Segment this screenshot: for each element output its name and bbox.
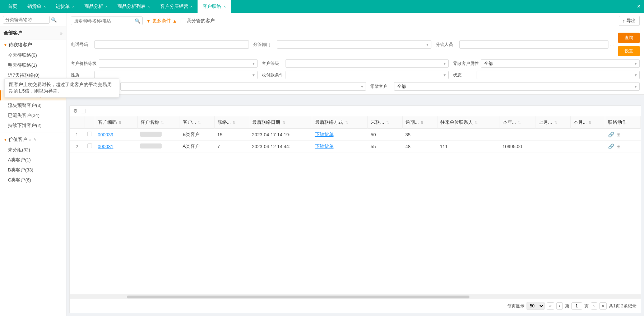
customer-type-select[interactable]: [120, 82, 366, 91]
page-number-input[interactable]: [571, 302, 582, 310]
row2-checkbox[interactable]: [84, 141, 95, 152]
row2-last-method[interactable]: 下销货单: [312, 141, 368, 152]
row1-actions: 🔗 ⊞: [608, 132, 638, 137]
nav-product-analysis[interactable]: 商品分析 ×: [79, 0, 112, 13]
manager-select-wrap: ···: [459, 40, 614, 49]
last-month-sort-icon[interactable]: ⇅: [554, 121, 557, 124]
row2-contact: 7: [214, 141, 249, 152]
horizontal-scrollbar[interactable]: [70, 294, 641, 299]
sidebar-item-a-class[interactable]: A类客户(1): [0, 155, 66, 165]
close-sales-tab[interactable]: ×: [43, 4, 46, 9]
pending-contact-group[interactable]: ▼ 待联络客户: [0, 39, 66, 50]
value-customer-group[interactable]: ▼ 价值客户 ○ ✎: [0, 134, 66, 145]
my-customers-checkbox[interactable]: 我分管的客户: [181, 18, 215, 24]
sidebar-item-lost-warning[interactable]: 流失预警客户(3): [0, 100, 66, 110]
row1-more-icon[interactable]: ⊞: [616, 132, 621, 137]
close-purchase-tab[interactable]: ×: [72, 4, 74, 9]
payment-select[interactable]: [286, 71, 449, 79]
price-level-select[interactable]: [99, 59, 258, 68]
level-sort-icon[interactable]: ⇅: [198, 121, 201, 124]
phone-input[interactable]: [94, 40, 249, 49]
export-button[interactable]: ↑ 导出: [619, 16, 640, 26]
sidebar-item-lost[interactable]: 已流失客户(24): [0, 110, 66, 121]
scroll-thumb[interactable]: [127, 296, 469, 298]
main-layout: 🔍 全部客户 » ▼ 待联络客户 今天待联络(0) 明天待联络(1) 近7天待联…: [0, 13, 644, 316]
top-navigation: 首页 销货单 × 进货单 × 商品分析 × 商品分析列表 × 客户分层经营 × …: [0, 0, 644, 13]
action-buttons: 查询 设置: [618, 33, 640, 56]
row2-code[interactable]: 000031: [95, 141, 137, 152]
nav-home[interactable]: 首页: [3, 0, 22, 13]
col-this-year: 本年... ⇅: [500, 116, 536, 129]
row2-more-icon[interactable]: ⊞: [616, 143, 621, 149]
code-sort-icon[interactable]: ⇅: [119, 121, 121, 124]
gender-select[interactable]: [94, 71, 258, 79]
close-customer-layered-tab[interactable]: ×: [190, 4, 193, 9]
name-sort-icon[interactable]: ⇅: [161, 121, 164, 124]
retail-attr-select[interactable]: 全部: [481, 59, 640, 68]
main-search-input[interactable]: [71, 16, 143, 25]
retail-customer-select[interactable]: 全部: [394, 82, 640, 91]
this-year-sort-icon[interactable]: ⇅: [518, 121, 521, 124]
per-page-select[interactable]: 50: [527, 302, 545, 310]
row2-level: A类客户: [180, 141, 214, 152]
row1-checkbox[interactable]: [84, 129, 95, 141]
nav-product-analysis-list[interactable]: 商品分析列表 ×: [112, 0, 155, 13]
sidebar-item-ungroups[interactable]: 未分组(32): [0, 145, 66, 155]
prev-page-button[interactable]: ‹: [556, 302, 563, 310]
dept-select[interactable]: [277, 40, 431, 49]
last-page-button[interactable]: »: [599, 302, 607, 310]
contact-sort-icon[interactable]: ⇅: [233, 121, 236, 124]
close-customer-contact-tab[interactable]: ×: [223, 4, 226, 9]
pending-sort-icon[interactable]: ⇅: [386, 121, 389, 124]
more-conditions-btn[interactable]: ▼ 更多条件 ▲: [146, 18, 177, 24]
next-page-button[interactable]: ›: [591, 302, 597, 310]
close-product-analysis-list-tab[interactable]: ×: [148, 4, 150, 9]
this-month-sort-icon[interactable]: ⇅: [589, 121, 592, 124]
query-button[interactable]: 查询: [618, 33, 640, 43]
row2-contact-icon[interactable]: 🔗: [608, 143, 614, 149]
table-row: 2 000031 A类客户 7 2023-04-12 14:44: 下销货单 5…: [70, 141, 641, 152]
col-last-method: 最后联络方式 ⇅: [312, 116, 368, 129]
sidebar-item-tomorrow[interactable]: 明天待联络(1): [0, 60, 66, 70]
category-search-icon[interactable]: 🔍: [51, 17, 57, 23]
last-method-sort-icon[interactable]: ⇅: [345, 121, 348, 124]
tooltip-text: 距客户上次交易时长，超过了此客户的平均交易周期的1.5倍，则视为异常。: [66, 82, 112, 94]
row1-contact-icon[interactable]: 🔗: [608, 132, 614, 137]
overdue-sort-icon[interactable]: ⇅: [421, 121, 423, 124]
sidebar-item-today[interactable]: 今天待联络(0): [0, 50, 66, 60]
status-select[interactable]: [477, 71, 640, 79]
nav-customer-layered[interactable]: 客户分层经营 ×: [155, 0, 198, 13]
customer-level-select[interactable]: [286, 59, 449, 68]
row1-last-method[interactable]: 下销货单: [312, 129, 368, 141]
all-customers-header[interactable]: 全部客户 »: [0, 27, 66, 39]
manager-label: 分管人员: [436, 42, 457, 48]
all-customers-label: 全部客户: [4, 30, 22, 36]
adv-row-3: 性质 ▼ 收付款条件 ▼ 状态: [71, 71, 640, 79]
set-button[interactable]: 设置: [618, 46, 640, 56]
category-search-input[interactable]: [3, 16, 50, 24]
row1-contact: 15: [214, 129, 249, 141]
sidebar-item-c-class[interactable]: C类客户(6): [0, 175, 66, 185]
table-settings-icon[interactable]: ⚙: [73, 108, 78, 114]
window-close-button[interactable]: ×: [637, 3, 640, 10]
sidebar-item-declining[interactable]: 持续下滑客户(2): [0, 121, 66, 131]
nav-customer-contact[interactable]: 客户联络 ×: [198, 0, 231, 13]
first-page-button[interactable]: «: [547, 302, 554, 310]
unit-contacts-sort-icon[interactable]: ⇅: [475, 121, 478, 124]
retail-attr-label: 零散客户属性: [453, 61, 479, 67]
row1-code[interactable]: 000039: [95, 129, 137, 141]
manager-dots[interactable]: ···: [610, 42, 614, 47]
table-scroll-wrap[interactable]: 客户编码 ⇅ 客户名称 ⇅ 客户... ⇅: [70, 116, 641, 294]
last-date-sort-icon[interactable]: ⇅: [282, 121, 285, 124]
row2-check[interactable]: [87, 143, 92, 148]
sidebar-item-b-class[interactable]: B类客户(33): [0, 165, 66, 175]
nav-sales[interactable]: 销货单 ×: [22, 0, 51, 13]
sidebar-collapse-icon[interactable]: »: [60, 30, 62, 36]
close-product-analysis-tab[interactable]: ×: [105, 4, 107, 9]
nav-purchase[interactable]: 进货单 ×: [51, 0, 79, 13]
my-customers-check[interactable]: [181, 19, 185, 23]
value-edit-icon[interactable]: ✎: [33, 137, 37, 142]
row1-check[interactable]: [87, 132, 92, 136]
select-all-checkbox[interactable]: [81, 109, 85, 113]
manager-input[interactable]: [459, 40, 608, 49]
